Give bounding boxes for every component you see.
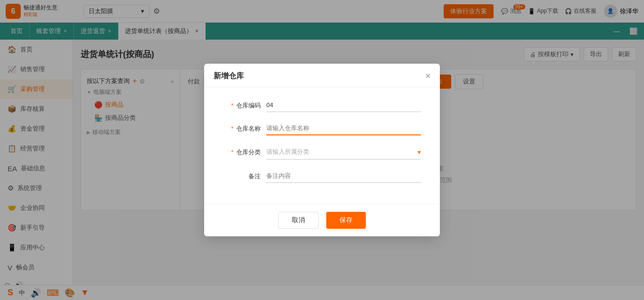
modal-title: 新增仓库 <box>214 71 244 81</box>
warehouse-category-row: * 仓库分类 请输入所属分类 ▾ <box>223 145 421 160</box>
warehouse-name-label: * 仓库名称 <box>223 125 261 133</box>
dropdown-arrow-icon: ▾ <box>418 149 421 156</box>
required-star-name: * <box>231 125 233 132</box>
warehouse-code-label: * 仓库编码 <box>223 101 261 110</box>
warehouse-notes-row: 备注 <box>223 169 421 183</box>
modal-body: * 仓库编码 * 仓库名称 * 仓库分类 请输入 <box>204 87 440 204</box>
warehouse-code-row: * 仓库编码 <box>223 99 421 112</box>
required-star-code: * <box>231 102 233 109</box>
cancel-button[interactable]: 取消 <box>278 212 319 229</box>
modal-overlay: 新增仓库 × * 仓库编码 * 仓库名称 <box>0 0 644 300</box>
modal-footer: 取消 保存 <box>204 204 440 236</box>
warehouse-code-input[interactable] <box>266 99 421 112</box>
warehouse-notes-input[interactable] <box>266 169 421 183</box>
warehouse-notes-label: 备注 <box>223 172 261 181</box>
warehouse-category-placeholder: 请输入所属分类 <box>266 148 309 156</box>
add-warehouse-modal: 新增仓库 × * 仓库编码 * 仓库名称 <box>204 64 440 236</box>
required-star-category: * <box>231 149 233 156</box>
warehouse-name-row: * 仓库名称 <box>223 122 421 135</box>
warehouse-category-label: * 仓库分类 <box>223 148 261 157</box>
warehouse-name-input[interactable] <box>266 122 421 135</box>
modal-header: 新增仓库 × <box>204 64 440 87</box>
warehouse-category-select[interactable]: 请输入所属分类 ▾ <box>266 145 421 160</box>
save-button[interactable]: 保存 <box>326 212 366 229</box>
modal-close-button[interactable]: × <box>425 71 430 81</box>
